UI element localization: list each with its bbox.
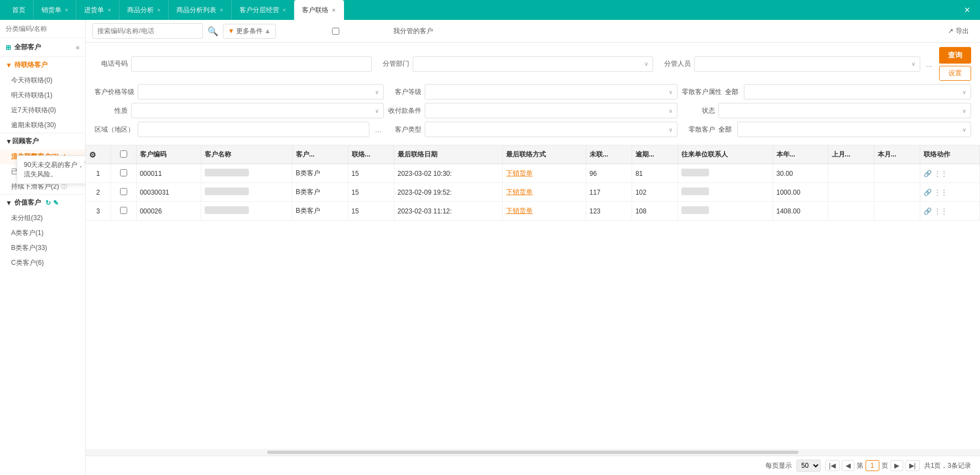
- col-name[interactable]: 客户名称: [201, 145, 293, 164]
- manager-select[interactable]: ∨: [694, 56, 920, 72]
- col-last-way[interactable]: 最后联络方式: [503, 145, 586, 164]
- manager-dots[interactable]: ...: [924, 60, 935, 69]
- cell-last-way-0[interactable]: 下销货单: [503, 164, 586, 183]
- cell-last-way-1[interactable]: 下销货单: [503, 183, 586, 202]
- cell-checkbox-0[interactable]: [111, 164, 136, 183]
- next-page-btn[interactable]: ▶: [890, 460, 903, 471]
- horizontal-scrollbar[interactable]: [86, 449, 980, 456]
- cell-last-month-2: [828, 202, 874, 221]
- col-not-contact[interactable]: 未联...: [586, 145, 632, 164]
- action-more-icon-1[interactable]: ⋮⋮: [934, 189, 947, 196]
- sidebar-pending-group[interactable]: ▼ 待联络客户: [0, 57, 85, 73]
- select-all-checkbox[interactable]: [120, 150, 127, 158]
- sidebar-item-class-c[interactable]: C类客户(6): [0, 255, 85, 270]
- sidebar-item-ungrouped[interactable]: 未分组(32): [0, 211, 85, 226]
- price-level-select[interactable]: ∨: [138, 84, 384, 100]
- action-link-icon-0[interactable]: 🔗: [924, 170, 932, 178]
- col-overdue[interactable]: 逾期...: [632, 145, 677, 164]
- per-page-select[interactable]: 50: [796, 460, 821, 472]
- close-goods-analysis-tab[interactable]: ×: [157, 7, 160, 13]
- export-button[interactable]: ↗ 导出: [943, 24, 973, 38]
- cell-action-2: 🔗 ⋮⋮: [920, 202, 979, 221]
- tab-customer-segment[interactable]: 客户分层经营 ×: [232, 0, 294, 20]
- window-close-button[interactable]: ×: [958, 4, 976, 16]
- col-this-year[interactable]: 本年...: [773, 145, 828, 164]
- cell-no-2: 3: [86, 202, 111, 221]
- customer-table: ⚙ 客户编码 客户名称 客户...: [86, 145, 980, 221]
- sidebar-all-customers[interactable]: ⊞ 全部客户 «: [0, 38, 85, 57]
- tab-goods-analysis[interactable]: 商品分析 ×: [119, 0, 169, 20]
- cell-last-way-2[interactable]: 下销货单: [503, 202, 586, 221]
- last-page-btn[interactable]: ▶|: [905, 460, 920, 471]
- action-link-icon-2[interactable]: 🔗: [924, 207, 932, 215]
- settings-button[interactable]: 设置: [939, 66, 971, 81]
- prev-page-btn[interactable]: ◀: [842, 460, 854, 471]
- status-select[interactable]: ∨: [718, 103, 971, 118]
- payment-select[interactable]: ∨: [425, 103, 677, 118]
- filter-dept: 分管部门 ∨: [376, 56, 653, 72]
- col-no: ⚙: [86, 145, 111, 164]
- close-segment-tab[interactable]: ×: [283, 7, 286, 13]
- search-input[interactable]: [92, 23, 203, 39]
- sidebar-item-today[interactable]: 今天待联络(0): [0, 73, 85, 88]
- cell-checkbox-2[interactable]: [111, 202, 136, 221]
- sidebar-value-group[interactable]: ▼ 价值客户 ↻ ✎: [0, 194, 85, 211]
- refresh-icon[interactable]: ↻: [45, 199, 51, 207]
- close-connect-tab[interactable]: ×: [332, 7, 335, 13]
- cell-not-contact-2: 123: [586, 202, 632, 221]
- cell-checkbox-1[interactable]: [111, 183, 136, 202]
- sidebar-search-input[interactable]: [6, 25, 86, 33]
- search-icon-filter[interactable]: 🔍: [207, 26, 218, 36]
- advanced-filter-panel: 电话号码 分管部门 ∨ 分管人员 ∨ ...: [86, 43, 980, 145]
- tab-sales[interactable]: 销货单 ×: [34, 0, 76, 20]
- tab-goods-analysis-list[interactable]: 商品分析列表 ×: [169, 0, 231, 20]
- scrollbar-thumb[interactable]: [267, 451, 799, 454]
- close-sales-tab[interactable]: ×: [65, 7, 68, 13]
- cell-last-date-1: 2023-02-09 19:52:: [394, 183, 503, 202]
- area-select[interactable]: [138, 122, 369, 137]
- cell-code-2: 000026: [136, 202, 201, 221]
- sidebar-item-overdue[interactable]: 逾期未联络(30): [0, 118, 85, 133]
- col-last-date[interactable]: 最后联络日期: [394, 145, 503, 164]
- cust-type-select[interactable]: ∨: [425, 122, 677, 137]
- action-more-icon-0[interactable]: ⋮⋮: [934, 170, 947, 178]
- table-settings-icon[interactable]: ⚙: [89, 150, 96, 159]
- edit-icon[interactable]: ✎: [53, 199, 59, 207]
- query-button[interactable]: 查询: [939, 47, 971, 64]
- action-link-icon-1[interactable]: 🔗: [924, 189, 932, 196]
- sidebar-lost-group[interactable]: ▼ 回顾客户: [0, 133, 85, 149]
- col-code[interactable]: 客户编码: [136, 145, 201, 164]
- sidebar-item-tomorrow[interactable]: 明天待联络(1): [0, 88, 85, 103]
- sidebar-item-class-a[interactable]: A类客户(1): [0, 226, 85, 241]
- col-contact[interactable]: 联络...: [348, 145, 394, 164]
- cell-action-1: 🔗 ⋮⋮: [920, 183, 979, 202]
- tab-home[interactable]: 首页: [4, 0, 34, 20]
- col-level[interactable]: 客户...: [292, 145, 348, 164]
- action-more-icon-2[interactable]: ⋮⋮: [934, 207, 947, 215]
- col-unit-contact[interactable]: 往来单位联系人: [678, 145, 773, 164]
- sidebar-item-class-b[interactable]: B类客户(33): [0, 241, 85, 255]
- col-this-month[interactable]: 本月...: [874, 145, 920, 164]
- gender-select[interactable]: ∨: [131, 103, 384, 118]
- sidebar-item-7days[interactable]: 近7天待联络(0): [0, 103, 85, 118]
- dept-select[interactable]: ∨: [413, 56, 653, 72]
- first-page-btn[interactable]: |◀: [825, 460, 840, 471]
- my-customers-checkbox-label[interactable]: 我分管的客户: [280, 27, 433, 36]
- my-customers-checkbox[interactable]: [280, 28, 391, 35]
- filter-cust-level: 客户等级 ∨: [388, 84, 677, 100]
- close-goods-list-tab[interactable]: ×: [220, 7, 223, 13]
- tab-purchase[interactable]: 进货单 ×: [76, 0, 119, 20]
- col-last-month[interactable]: 上月...: [828, 145, 874, 164]
- phone-input[interactable]: [131, 56, 372, 72]
- area-dots[interactable]: ...: [373, 125, 384, 134]
- tab-customer-connect[interactable]: 客户联络 ×: [294, 0, 343, 20]
- zero-attr-select[interactable]: ∨: [744, 84, 971, 100]
- cust-level-select[interactable]: ∨: [425, 84, 677, 100]
- cell-this-month-1: [874, 183, 920, 202]
- sidebar-collapse-btn[interactable]: «: [76, 44, 80, 51]
- zero-cust-select[interactable]: ∨: [737, 122, 971, 137]
- more-conditions-btn[interactable]: ▼ 更多条件 ▲: [223, 24, 276, 39]
- cell-last-month-1: [828, 183, 874, 202]
- value-arrow-icon: ▼: [6, 199, 12, 207]
- close-purchase-tab[interactable]: ×: [107, 7, 111, 13]
